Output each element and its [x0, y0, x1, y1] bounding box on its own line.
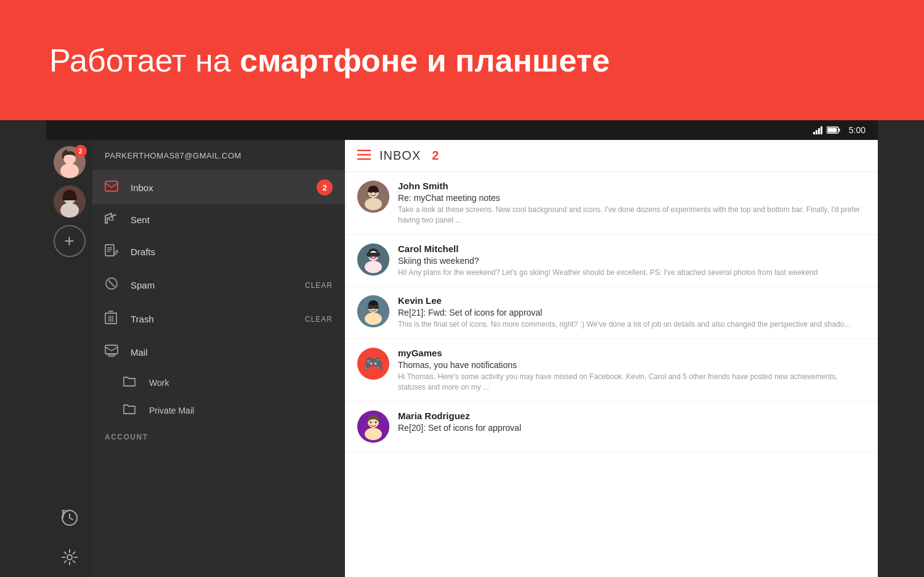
inbox-label: Inbox [131, 182, 317, 193]
svg-line-16 [70, 518, 73, 520]
sidebar-item-mail[interactable]: Mail [92, 336, 345, 369]
history-icon[interactable] [61, 509, 78, 529]
sidebar-item-drafts[interactable]: Drafts [92, 235, 345, 268]
svg-rect-6 [827, 128, 837, 133]
svg-rect-3 [821, 126, 822, 134]
primary-account-avatar[interactable]: 2 [54, 146, 86, 178]
email-sender-maria-rodriguez: Maria Rodriguez [398, 411, 470, 421]
email-body-carol-mitchell: Carol Mitchell Skiing this weekend? Hi! … [398, 243, 865, 278]
email-body-mygames: myGames Thomas, you have notifications H… [398, 348, 865, 393]
add-account-button[interactable]: + [54, 225, 86, 257]
inbox-badge: 2 [317, 179, 333, 195]
svg-rect-1 [816, 130, 817, 134]
svg-point-55 [370, 306, 372, 308]
sidebar-item-work[interactable]: Work [92, 369, 345, 396]
svg-rect-19 [105, 245, 114, 256]
banner-text-bold: смартфоне и планшете [240, 43, 610, 78]
email-item-kevin-lee[interactable]: Kevin Lee Re[21]: Fwd: Set of icons for … [345, 287, 878, 339]
svg-rect-5 [838, 129, 840, 132]
mail-icon [105, 345, 121, 360]
email-sender-mygames: myGames [398, 348, 442, 358]
email-body-john-smith: John Smith Re: myChat meeting notes Take… [398, 181, 865, 226]
svg-rect-0 [813, 132, 815, 134]
email-sender-kevin-lee: Kevin Lee [398, 295, 442, 306]
sidebar-item-sent[interactable]: Sent [92, 204, 345, 235]
email-body-maria-rodriguez: Maria Rodriguez Re[20]: Set of icons for… [398, 411, 865, 435]
email-subject-john-smith: Re: myChat meeting notes [398, 193, 865, 203]
sent-icon [105, 213, 121, 227]
svg-rect-13 [62, 195, 77, 200]
banner-text: Работает на смартфоне и планшете [49, 42, 610, 79]
avatar-mygames: 🎮 [357, 348, 389, 380]
trash-label: Trash [131, 314, 305, 324]
signal-icons [813, 126, 840, 134]
email-item-john-smith[interactable]: John Smith Re: myChat meeting notes Take… [345, 172, 878, 235]
email-panel: INBOX 2 [345, 140, 878, 577]
inbox-icon [105, 181, 121, 195]
sidebar-header: PARKERTHOMAS87@GMAIL.COM [92, 140, 345, 171]
mail-label: Mail [131, 347, 333, 358]
email-preview-john-smith: Take a look at these screens. New cool b… [398, 205, 865, 226]
svg-line-24 [108, 280, 115, 287]
drafts-label: Drafts [131, 247, 333, 257]
email-preview-mygames: Hi Thomas, Here's some activity you may … [398, 372, 865, 393]
svg-point-47 [370, 254, 372, 256]
status-bar: 5:00 [46, 120, 878, 140]
sent-label: Sent [131, 215, 333, 225]
svg-point-45 [365, 261, 382, 273]
svg-point-62 [365, 428, 382, 440]
avatar-kevin-lee [357, 295, 389, 327]
svg-rect-2 [818, 128, 820, 134]
svg-point-12 [60, 203, 79, 218]
sidebar-item-inbox[interactable]: Inbox 2 [92, 171, 345, 204]
email-item-mygames[interactable]: 🎮 myGames Thomas, you have notifications… [345, 339, 878, 402]
banner: Работает на смартфоне и планшете [0, 0, 924, 120]
avatar-maria-rodriguez [357, 411, 389, 443]
email-panel-title: INBOX [379, 149, 421, 163]
svg-point-41 [370, 192, 372, 194]
email-list: John Smith Re: myChat meeting notes Take… [345, 172, 878, 577]
settings-icon[interactable] [61, 549, 78, 568]
sidebar: PARKERTHOMAS87@GMAIL.COM Inbox 2 [92, 140, 345, 577]
secondary-account-avatar[interactable] [54, 186, 86, 218]
avatar-carol-mitchell [357, 243, 389, 276]
signal-icon [813, 126, 824, 134]
private-mail-label: Private Mail [149, 406, 194, 415]
email-sender-carol-mitchell: Carol Mitchell [398, 243, 458, 254]
email-item-carol-mitchell[interactable]: Carol Mitchell Skiing this weekend? Hi! … [345, 235, 878, 287]
device-frame: 5:00 2 [46, 120, 878, 577]
private-mail-folder-icon [123, 404, 139, 417]
avatar-image-secondary [54, 186, 86, 218]
svg-rect-18 [105, 181, 118, 191]
sidebar-item-trash[interactable]: Trash CLEAR [92, 302, 345, 336]
svg-point-39 [365, 198, 382, 210]
svg-point-63 [370, 421, 372, 423]
svg-point-54 [365, 313, 382, 325]
spam-icon [105, 277, 121, 293]
email-preview-kevin-lee: This is the final set of icons. No more … [398, 319, 865, 330]
drafts-icon [105, 244, 121, 260]
trash-clear[interactable]: CLEAR [305, 315, 333, 324]
svg-rect-30 [105, 345, 118, 354]
trash-icon [105, 311, 121, 327]
svg-point-9 [60, 163, 79, 178]
email-header: INBOX 2 [345, 140, 878, 172]
face-svg-secondary [54, 186, 86, 218]
work-label: Work [149, 378, 169, 388]
hamburger-icon[interactable] [357, 148, 371, 164]
spam-clear[interactable]: CLEAR [305, 281, 333, 290]
sidebar-item-spam[interactable]: Spam CLEAR [92, 268, 345, 302]
svg-point-42 [375, 192, 377, 194]
account-section-label: ACCOUNT [92, 424, 345, 446]
avatar-john-smith [357, 181, 389, 213]
email-panel-count: 2 [432, 149, 439, 163]
svg-point-64 [375, 421, 377, 423]
email-subject-kevin-lee: Re[21]: Fwd: Set of icons for approval [398, 308, 865, 317]
email-item-maria-rodriguez[interactable]: Maria Rodriguez Re[20]: Set of icons for… [345, 402, 878, 452]
sidebar-item-private-mail[interactable]: Private Mail [92, 396, 345, 424]
email-sender-john-smith: John Smith [398, 181, 448, 191]
email-subject-maria-rodriguez: Re[20]: Set of icons for approval [398, 423, 865, 433]
email-subject-mygames: Thomas, you have notifications [398, 360, 865, 370]
sidebar-email: PARKERTHOMAS87@GMAIL.COM [105, 151, 333, 160]
svg-point-48 [375, 254, 377, 256]
